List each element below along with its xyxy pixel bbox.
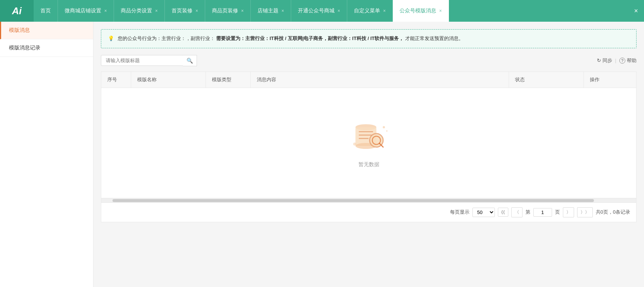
tab-item-2[interactable]: 商品分类设置× — [114, 0, 165, 22]
tab-item-1[interactable]: 微商城店铺设置× — [58, 0, 114, 22]
page-label-after: 页 — [555, 209, 560, 216]
page-last-button[interactable]: 〉〉 — [577, 207, 593, 217]
table-header-cell-3: 消息内容 — [251, 72, 509, 88]
sidebar: 模版消息模版消息记录 — [0, 22, 93, 287]
tab-close-6[interactable]: × — [338, 8, 340, 13]
content-area: 💡 您的公众号行业为：主营行业：，副营行业： 需要设置为：主营行业：IT科技 /… — [93, 22, 644, 287]
svg-point-11 — [353, 143, 356, 146]
page-label-before: 第 — [526, 209, 530, 216]
total-info: 共0页，0条记录 — [596, 209, 630, 216]
pagination: 每页显示 50 20 100 ⟨⟨ 〈 第 页 〉 〉〉 共0页，0条记录 — [101, 202, 636, 222]
search-button[interactable]: 🔍 — [183, 55, 197, 66]
sync-icon: ↻ — [597, 58, 601, 63]
notice-highlight: 需要设置为：主营行业：IT科技 / 互联网|电子商务，副营行业：IT科技 / I… — [216, 36, 404, 41]
toolbar-right: ↻ 同步 | ? 帮助 — [597, 57, 637, 64]
search-input[interactable] — [101, 55, 183, 66]
tab-item-3[interactable]: 首页装修× — [165, 0, 205, 22]
tab-close-8[interactable]: × — [439, 8, 442, 13]
divider: | — [615, 58, 616, 63]
search-bar: 🔍 ↻ 同步 | ? 帮助 — [101, 55, 637, 66]
main-layout: 模版消息模版消息记录 💡 您的公众号行业为：主营行业：，副营行业： 需要设置为：… — [0, 22, 644, 287]
table-container: 序号模版名称模版类型消息内容状态操作 — [101, 71, 637, 222]
help-button[interactable]: ? 帮助 — [619, 57, 637, 64]
tab-item-4[interactable]: 商品页装修× — [205, 0, 251, 22]
page-next-button[interactable]: 〉 — [563, 207, 574, 217]
table-header-cell-2: 模版类型 — [206, 72, 251, 88]
table-header-cell-4: 状态 — [509, 72, 584, 88]
sidebar-item-1[interactable]: 模版消息记录 — [0, 39, 93, 57]
notice-text-after: 才能正常发送预置的消息。 — [405, 36, 463, 41]
notice-box: 💡 您的公众号行业为：主营行业：，副营行业： 需要设置为：主营行业：IT科技 /… — [101, 29, 637, 48]
tab-item-6[interactable]: 开通公众号商城× — [291, 0, 347, 22]
tab-item-0[interactable]: 首页 — [34, 0, 58, 22]
page-first-button[interactable]: ⟨⟨ — [498, 208, 508, 217]
empty-state: 暂无数据 — [101, 88, 636, 198]
table-header: 序号模版名称模版类型消息内容状态操作 — [101, 72, 636, 88]
tab-close-5[interactable]: × — [281, 8, 284, 13]
sidebar-item-0[interactable]: 模版消息 — [0, 22, 93, 39]
svg-point-9 — [383, 126, 385, 128]
tab-item-5[interactable]: 店铺主题× — [251, 0, 291, 22]
per-page-select[interactable]: 50 20 100 — [472, 208, 495, 217]
empty-illustration — [346, 110, 391, 155]
table-header-cell-0: 序号 — [101, 72, 131, 88]
search-icon: 🔍 — [187, 58, 193, 64]
table-header-cell-5: 操作 — [584, 72, 636, 88]
table-header-cell-1: 模版名称 — [131, 72, 206, 88]
sync-button[interactable]: ↻ 同步 — [597, 57, 612, 64]
empty-text: 暂无数据 — [358, 161, 379, 168]
tab-close-7[interactable]: × — [383, 8, 386, 13]
scroll-track[interactable] — [101, 198, 636, 202]
page-number-input[interactable] — [533, 208, 552, 217]
svg-point-10 — [386, 130, 388, 132]
close-all-button[interactable]: × — [628, 7, 644, 15]
tab-item-8[interactable]: 公众号模版消息× — [393, 0, 449, 22]
notice-text-before: 您的公众号行业为：主营行业：，副营行业： — [118, 36, 215, 41]
help-icon: ? — [619, 58, 625, 64]
tab-close-3[interactable]: × — [195, 8, 198, 13]
tab-close-2[interactable]: × — [155, 8, 158, 13]
logo: Ai — [0, 0, 34, 22]
tab-bar: Ai 首页微商城店铺设置×商品分类设置×首页装修×商品页装修×店铺主题×开通公众… — [0, 0, 644, 22]
tab-close-4[interactable]: × — [241, 8, 244, 13]
scroll-thumb — [113, 199, 594, 202]
page-prev-button[interactable]: 〈 — [511, 207, 523, 217]
notice-icon: 💡 — [108, 36, 114, 41]
tab-close-1[interactable]: × — [104, 8, 107, 13]
tab-item-7[interactable]: 自定义菜单× — [347, 0, 393, 22]
per-page-label: 每页显示 — [450, 209, 469, 216]
